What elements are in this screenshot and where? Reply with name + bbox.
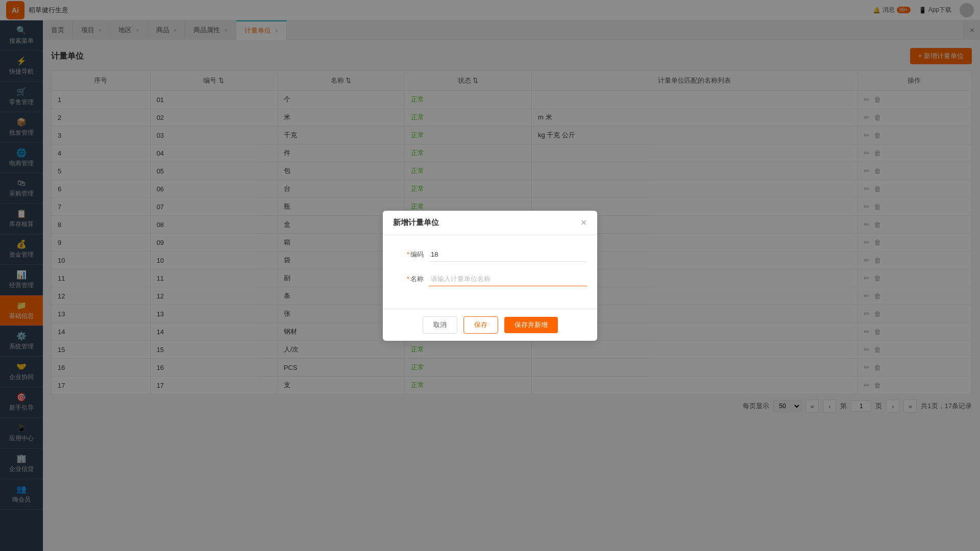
save-and-new-button[interactable]: 保存并新增 — [504, 317, 558, 333]
modal-body: *编码 *名称 — [383, 235, 597, 309]
form-row-code: *编码 — [393, 247, 587, 262]
name-label: *名称 — [393, 274, 424, 284]
code-required-mark: * — [407, 251, 409, 258]
code-input[interactable] — [429, 247, 587, 262]
name-input[interactable] — [429, 272, 587, 286]
modal-header: 新增计量单位 ✕ — [383, 211, 597, 235]
code-label: *编码 — [393, 250, 424, 259]
name-required-mark: * — [407, 275, 409, 283]
cancel-button[interactable]: 取消 — [423, 316, 457, 334]
save-button[interactable]: 保存 — [463, 316, 498, 334]
modal-close-btn[interactable]: ✕ — [580, 218, 587, 228]
modal-title: 新增计量单位 — [393, 218, 439, 228]
modal-footer: 取消 保存 保存并新增 — [383, 309, 597, 341]
new-unit-modal: 新增计量单位 ✕ *编码 *名称 取消 保存 保存并新增 — [383, 211, 597, 341]
modal-overlay: 新增计量单位 ✕ *编码 *名称 取消 保存 保存并新增 — [0, 0, 980, 551]
form-row-name: *名称 — [393, 272, 587, 286]
